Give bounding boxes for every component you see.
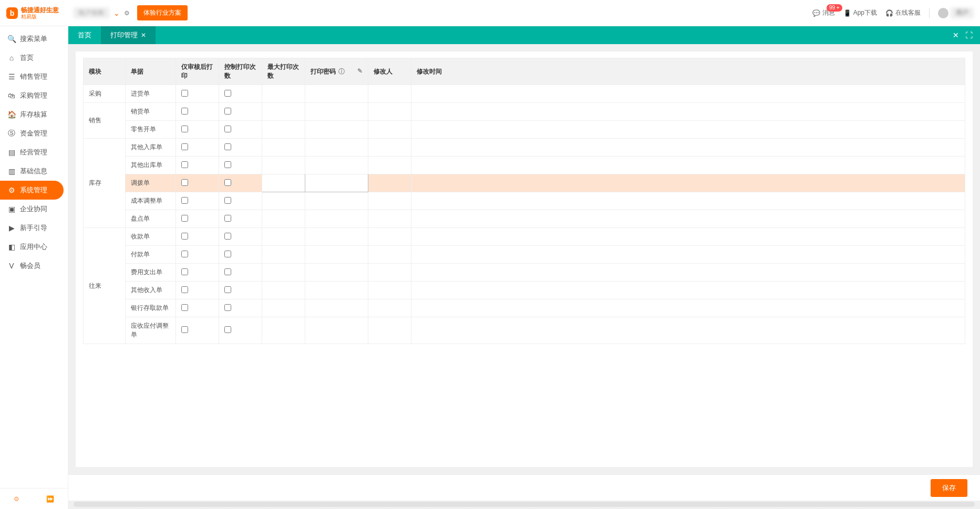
- audit-print-checkbox[interactable]: [181, 233, 188, 240]
- settings-icon[interactable]: ⚙: [14, 495, 19, 503]
- cell-max-count: [262, 210, 305, 228]
- ctrl-count-checkbox[interactable]: [224, 197, 231, 204]
- cell-pwd: [305, 228, 368, 246]
- topbar: b 畅捷通好生意 精易版 租户名称 ⌄ ⚙ 体验行业方案 💬 消息 99 + 📱…: [0, 0, 980, 26]
- cell-audit-print: [176, 210, 219, 228]
- sidebar-item-label: 企业协同: [20, 204, 47, 214]
- edit-icon[interactable]: ✎: [357, 67, 363, 75]
- cell-pwd[interactable]: [305, 174, 368, 192]
- logo-icon: b: [6, 7, 18, 19]
- cell-modifier: [368, 85, 411, 103]
- horizontal-scrollbar[interactable]: [74, 502, 975, 507]
- ctrl-count-checkbox[interactable]: [224, 286, 231, 293]
- audit-print-checkbox[interactable]: [181, 304, 188, 311]
- th-max-count: 最大打印次数: [262, 58, 305, 85]
- audit-print-checkbox[interactable]: [181, 108, 188, 115]
- sidebar-item-guide[interactable]: ▶新手引导: [0, 219, 68, 237]
- ctrl-count-checkbox[interactable]: [224, 161, 231, 168]
- sidebar-item-vip[interactable]: V畅会员: [0, 256, 68, 275]
- ctrl-count-checkbox[interactable]: [224, 304, 231, 311]
- th-pwd-label: 打印密码: [311, 68, 336, 75]
- table-row: 付款单: [84, 246, 965, 264]
- cell-modifier: [368, 139, 411, 157]
- cell-module: 库存: [84, 139, 126, 228]
- tenant-switcher[interactable]: 租户名称 ⌄ ⚙: [74, 7, 130, 18]
- audit-print-checkbox[interactable]: [181, 251, 188, 257]
- sidebar-item-label: 新手引导: [20, 223, 47, 233]
- ctrl-count-checkbox[interactable]: [224, 215, 231, 222]
- ctrl-count-checkbox[interactable]: [224, 251, 231, 257]
- sidebar-item-label: 销售管理: [20, 72, 47, 81]
- cell-pwd: [305, 121, 368, 139]
- audit-print-checkbox[interactable]: [181, 286, 188, 293]
- audit-print-checkbox[interactable]: [181, 126, 188, 132]
- audit-print-checkbox[interactable]: [181, 215, 188, 222]
- cell-max-count[interactable]: [262, 174, 305, 192]
- logo: b 畅捷通好生意 精易版: [6, 7, 64, 19]
- cell-doc: 调拨单: [126, 174, 176, 192]
- table-row: 其他收入单: [84, 282, 965, 299]
- th-pwd: 打印密码 ⓘ ✎: [305, 58, 368, 85]
- cell-mtime: [411, 174, 965, 192]
- cell-ctrl-count: [219, 85, 262, 103]
- th-doc: 单据: [126, 58, 176, 85]
- tab-home[interactable]: 首页: [68, 26, 101, 44]
- sidebar-item-home[interactable]: ⌂首页: [0, 48, 68, 67]
- sidebar-item-base-info[interactable]: ▥基础信息: [0, 162, 68, 181]
- fullscreen-icon[interactable]: ⛶: [965, 31, 973, 39]
- audit-print-checkbox[interactable]: [181, 197, 188, 204]
- ctrl-count-checkbox[interactable]: [224, 326, 231, 333]
- ctrl-count-checkbox[interactable]: [224, 233, 231, 240]
- cell-max-count: [262, 85, 305, 103]
- sidebar-item-purchase[interactable]: 🛍采购管理: [0, 86, 68, 105]
- save-button[interactable]: 保存: [931, 479, 967, 497]
- tab-print-mgmt[interactable]: 打印管理 ✕: [101, 26, 156, 44]
- close-all-icon[interactable]: ✕: [953, 31, 959, 39]
- ctrl-count-checkbox[interactable]: [224, 126, 231, 132]
- main: 首页 打印管理 ✕ ✕ ⛶: [68, 26, 980, 509]
- audit-print-checkbox[interactable]: [181, 90, 188, 97]
- user-menu[interactable]: 用户: [938, 7, 974, 18]
- table-row: 成本调整单: [84, 192, 965, 210]
- cell-audit-print: [176, 317, 219, 344]
- audit-print-checkbox[interactable]: [181, 268, 188, 275]
- table-row: 采购进货单: [84, 85, 965, 103]
- audit-print-checkbox[interactable]: [181, 326, 188, 333]
- help-icon[interactable]: ⓘ: [338, 68, 345, 75]
- cell-audit-print: [176, 174, 219, 192]
- support-button[interactable]: 🎧 在线客服: [885, 8, 921, 17]
- apps-icon: ◧: [7, 243, 16, 251]
- audit-print-checkbox[interactable]: [181, 143, 188, 150]
- sidebar-item-operation[interactable]: ▤经营管理: [0, 143, 68, 162]
- cell-ctrl-count: [219, 121, 262, 139]
- cell-ctrl-count: [219, 299, 262, 317]
- cell-modifier: [368, 299, 411, 317]
- collapse-icon[interactable]: ⏩: [46, 495, 54, 503]
- sidebar-item-system[interactable]: ⚙系统管理: [0, 181, 64, 200]
- gear-icon[interactable]: ⚙: [124, 9, 130, 17]
- audit-print-checkbox[interactable]: [181, 161, 188, 168]
- sidebar-item-collab[interactable]: ▣企业协同: [0, 200, 68, 219]
- app-download-button[interactable]: 📱 App下载: [843, 8, 877, 17]
- ctrl-count-checkbox[interactable]: [224, 108, 231, 115]
- messages-button[interactable]: 💬 消息 99 +: [812, 8, 835, 17]
- audit-print-checkbox[interactable]: [181, 179, 188, 186]
- ctrl-count-checkbox[interactable]: [224, 268, 231, 275]
- industry-cta-button[interactable]: 体验行业方案: [137, 5, 188, 20]
- table-row: 费用支出单: [84, 264, 965, 282]
- ctrl-count-checkbox[interactable]: [224, 143, 231, 150]
- cell-doc: 其他收入单: [126, 282, 176, 299]
- cell-max-count: [262, 228, 305, 246]
- close-icon[interactable]: ✕: [141, 32, 146, 39]
- sidebar-item-sales[interactable]: ☰销售管理: [0, 67, 68, 86]
- sidebar-item-apps[interactable]: ◧应用中心: [0, 237, 68, 256]
- sidebar-item-finance[interactable]: Ⓢ资金管理: [0, 124, 68, 143]
- ctrl-count-checkbox[interactable]: [224, 179, 231, 186]
- ctrl-count-checkbox[interactable]: [224, 90, 231, 97]
- cell-ctrl-count: [219, 264, 262, 282]
- messages-badge: 99 +: [827, 4, 842, 12]
- mobile-icon: 📱: [843, 9, 851, 17]
- sidebar-item-search-menu[interactable]: 🔍搜索菜单: [0, 29, 68, 48]
- sidebar-item-inventory[interactable]: 🏠库存核算: [0, 105, 68, 124]
- divider: [929, 8, 930, 18]
